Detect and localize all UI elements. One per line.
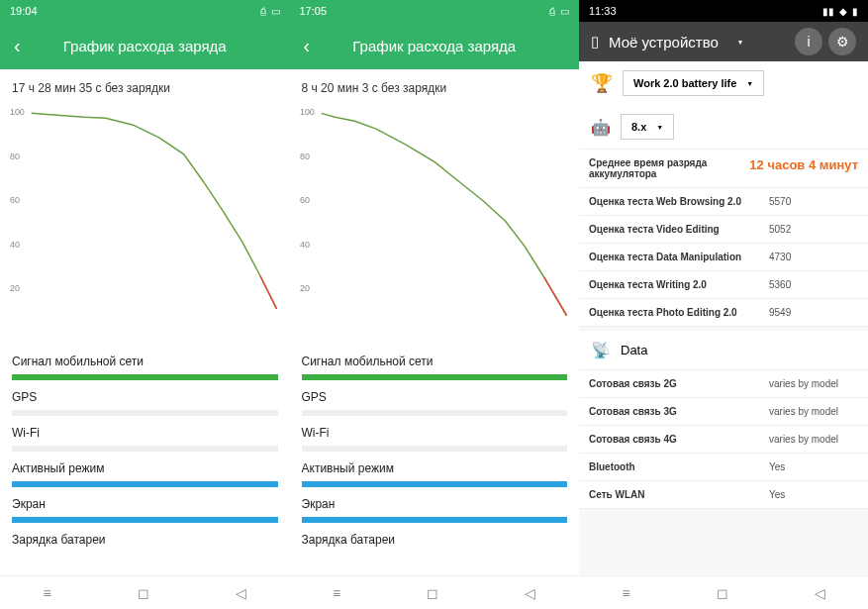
score-row: Оценка теста Photo Editing 2.0 9549 [579,299,868,327]
camera-icon: ⎙ [549,6,555,17]
battery-chart: 100 80 60 40 20 [290,99,580,349]
wifi-section: Wi-Fi [290,420,580,456]
data-section-header: 📡 Data [579,331,868,370]
section-label: Активный режим [302,461,568,475]
row-key: Оценка теста Writing 2.0 [589,279,769,290]
gps-section: GPS [0,384,290,420]
section-label: Сигнал мобильной сети [302,355,568,368]
row-value: Yes [769,461,858,472]
section-label: GPS [12,390,278,404]
battery-panel-2: 17:05 ⎙ ▭ ‹ График расхода заряда 8 ч 20… [290,0,580,609]
nav-bar: ≡ ◻ ◁ [0,575,290,609]
battery-line-red [543,277,566,316]
row-key: Сеть WLAN [589,489,769,500]
select-value: 8.x [631,121,646,133]
active-mode-section: Активный режим [0,456,290,491]
nav-home-icon[interactable]: ◻ [427,585,438,601]
y-label: 60 [10,195,20,205]
device-title: Моё устройство [609,34,719,51]
clock: 17:05 [300,5,328,17]
nav-home-icon[interactable]: ◻ [138,585,149,601]
y-label: 20 [299,283,309,293]
battery-chart: 100 80 60 40 20 [0,99,290,349]
antenna-icon: 📡 [591,341,611,359]
dropdown-icon[interactable]: ▾ [738,38,742,47]
battery-line [321,113,566,315]
row-key: Сотовая связь 4G [589,434,769,445]
info-button[interactable]: i [795,28,822,55]
row-key: Сотовая связь 3G [589,406,769,417]
duration-text: 8 ч 20 мин 3 с без зарядки [290,69,580,99]
camera-icon: ⎙ [260,6,266,17]
avg-discharge-row: Среднее время разряда аккумулятора 12 ча… [579,150,868,188]
nav-back-icon[interactable]: ◁ [815,585,825,601]
device-icon: ▯ [591,33,599,51]
battery-panel-1: 19:04 ⎙ ▭ ‹ График расхода заряда 17 ч 2… [0,0,290,609]
y-label: 40 [10,240,20,250]
wifi-icon: ◆ [839,6,847,17]
status-bar: 19:04 ⎙ ▭ [0,0,290,22]
nav-home-icon[interactable]: ◻ [717,585,728,601]
nav-bar: ≡ ◻ ◁ [579,575,868,609]
chevron-down-icon: ▼ [746,80,753,87]
charge-section: Зарядка батареи [290,527,580,557]
nav-recents-icon[interactable]: ≡ [44,585,51,601]
row-key: Оценка теста Photo Editing 2.0 [589,307,769,318]
os-select-row: 🤖 8.x ▼ [579,105,868,150]
battery-icon: ▭ [271,6,280,17]
section-label: Wi-Fi [12,426,278,440]
score-row: Оценка теста Data Manipulation 4730 [579,244,868,271]
y-label: 60 [299,195,309,205]
y-label: 80 [299,152,309,161]
status-bar: 17:05 ⎙ ▭ [290,0,580,22]
os-select[interactable]: 8.x ▼ [621,114,674,140]
conn-row: Сотовая связь 2G varies by model [579,370,868,398]
wifi-section: Wi-Fi [0,420,290,456]
section-label: Экран [302,497,568,511]
chevron-down-icon: ▼ [656,124,663,131]
row-value: Yes [769,489,858,500]
y-label: 40 [299,240,309,250]
section-label: Data [621,343,647,357]
row-value: varies by model [769,378,858,389]
section-label: Активный режим [12,461,278,475]
cell-signal-section: Сигнал мобильной сети [0,349,290,384]
row-value: varies by model [769,406,858,417]
score-row: Оценка теста Web Browsing 2.0 5570 [579,188,868,216]
charge-section: Зарядка батареи [0,527,290,557]
page-title: График расхода заряда [0,38,290,54]
screen-section: Экран [290,491,580,527]
cell-signal-section: Сигнал мобильной сети [290,349,580,384]
android-icon: 🤖 [591,118,611,137]
battery-icon: ▮ [852,6,858,17]
row-key: Оценка теста Video Editing [589,224,769,235]
score-row: Оценка теста Video Editing 5052 [579,216,868,244]
row-value: 9549 [769,307,858,318]
clock: 19:04 [10,5,38,17]
nav-bar: ≡ ◻ ◁ [290,575,580,609]
row-value: 4730 [769,252,858,262]
nav-recents-icon[interactable]: ≡ [622,585,629,601]
header: ‹ График расхода заряда [0,22,290,69]
battery-line-red [260,275,277,309]
nav-back-icon[interactable]: ◁ [236,585,246,601]
test-select[interactable]: Work 2.0 battery life ▼ [623,70,764,96]
test-select-row: 🏆 Work 2.0 battery life ▼ [579,61,868,105]
screen-section: Экран [0,491,290,527]
section-label: Зарядка батареи [302,533,568,547]
active-mode-section: Активный режим [290,456,580,491]
row-key: Сотовая связь 2G [589,378,769,389]
y-label: 100 [10,107,25,117]
row-value: varies by model [769,434,858,445]
row-key: Оценка теста Data Manipulation [589,252,769,262]
duration-text: 17 ч 28 мин 35 с без зарядки [0,69,290,99]
conn-row: Сотовая связь 3G varies by model [579,398,868,426]
gps-section: GPS [290,384,580,420]
section-label: Зарядка батареи [12,533,278,547]
section-label: Экран [12,497,278,511]
section-label: Сигнал мобильной сети [12,355,278,368]
nav-recents-icon[interactable]: ≡ [333,585,340,601]
row-key: Среднее время разряда аккумулятора [589,157,749,179]
settings-button[interactable]: ⚙ [828,28,856,55]
nav-back-icon[interactable]: ◁ [525,585,535,601]
